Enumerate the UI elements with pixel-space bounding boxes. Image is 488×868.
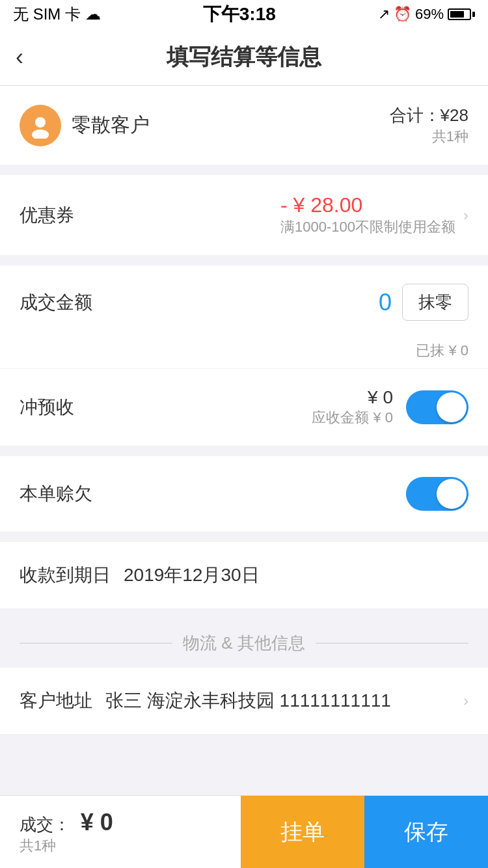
alarm-icon: ⏰ xyxy=(394,6,411,23)
customer-section: 零散客户 合计：¥28 共1种 xyxy=(0,86,488,165)
coupon-section[interactable]: 优惠券 - ¥ 28.00 满1000-100不限制使用金额 › xyxy=(0,175,488,255)
bottom-info: 成交： ¥ 0 共1种 xyxy=(0,809,241,856)
logistics-line-right xyxy=(316,643,468,644)
coupon-value: - ¥ 28.00 xyxy=(280,193,455,217)
bottom-count: 共1种 xyxy=(20,836,221,856)
customer-row: 零散客户 合计：¥28 共1种 xyxy=(0,86,488,165)
prepay-values: ¥ 0 应收金额 ¥ 0 xyxy=(312,387,393,427)
prepay-sub: 应收金额 ¥ 0 xyxy=(312,408,393,427)
amount-row: 成交金额 0 抹零 xyxy=(0,265,488,339)
debt-toggle-knob xyxy=(437,479,467,509)
debt-toggle[interactable] xyxy=(406,477,468,511)
toggle-knob xyxy=(437,392,467,422)
debt-label: 本单赊欠 xyxy=(20,481,92,506)
svg-point-0 xyxy=(35,117,46,128)
prepay-label: 冲预收 xyxy=(20,395,74,420)
debt-section: 本单赊欠 xyxy=(0,456,488,532)
bottom-deal-amount: ¥ 0 xyxy=(81,809,113,835)
amount-input-area: 0 抹零 xyxy=(379,284,468,321)
back-button[interactable]: ‹ xyxy=(16,44,23,71)
prepay-main: ¥ 0 xyxy=(312,387,393,408)
coupon-row[interactable]: 优惠券 - ¥ 28.00 满1000-100不限制使用金额 › xyxy=(0,175,488,255)
total-count: 共1种 xyxy=(390,127,468,146)
bottom-deal-label: 成交： xyxy=(20,815,70,834)
page-title: 填写结算等信息 xyxy=(167,42,321,72)
svg-point-1 xyxy=(32,129,49,139)
amount-section: 成交金额 0 抹零 已抹 ¥ 0 冲预收 ¥ 0 应收金额 ¥ 0 xyxy=(0,265,488,446)
bottom-bar: 成交： ¥ 0 共1种 挂单 保存 xyxy=(0,795,488,868)
customer-name: 零散客户 xyxy=(72,112,150,139)
save-button[interactable]: 保存 xyxy=(364,796,488,869)
sim-label: 无 SIM 卡 ☁ xyxy=(13,4,101,25)
coupon-label: 优惠券 xyxy=(20,203,74,228)
address-label: 客户地址 xyxy=(20,688,92,713)
logistics-label: 物流 & 其他信息 xyxy=(172,632,316,655)
coupon-sub: 满1000-100不限制使用金额 xyxy=(280,217,455,237)
status-time: 下午3:18 xyxy=(203,2,276,27)
status-bar: 无 SIM 卡 ☁ 下午3:18 ↗ ⏰ 69% xyxy=(0,0,488,29)
duedate-label: 收款到期日 xyxy=(20,563,111,588)
customer-left: 零散客户 xyxy=(20,105,150,146)
logistics-line-left xyxy=(20,643,172,644)
logistics-section: 物流 & 其他信息 xyxy=(0,619,488,668)
address-section[interactable]: 客户地址 张三 海淀永丰科技园 11111111111 › xyxy=(0,668,488,734)
address-chevron-icon: › xyxy=(463,692,468,710)
hang-button[interactable]: 挂单 xyxy=(241,796,364,869)
round-button[interactable]: 抹零 xyxy=(402,284,468,321)
duedate-value[interactable]: 2019年12月30日 xyxy=(124,563,260,588)
total-label: 合计：¥28 xyxy=(390,104,468,127)
nav-bar: ‹ 填写结算等信息 xyxy=(0,29,488,86)
battery-icon xyxy=(448,8,475,20)
prepay-right: ¥ 0 应收金额 ¥ 0 xyxy=(312,387,468,427)
battery-label: 69% xyxy=(415,6,444,23)
prepay-row: 冲预收 ¥ 0 应收金额 ¥ 0 xyxy=(0,368,488,446)
chevron-right-icon: › xyxy=(463,206,468,224)
amount-sub: 已抹 ¥ 0 xyxy=(416,342,468,359)
amount-label: 成交金额 xyxy=(20,290,92,315)
amount-value[interactable]: 0 xyxy=(379,289,392,316)
coupon-right: - ¥ 28.00 满1000-100不限制使用金额 › xyxy=(280,193,468,237)
customer-summary: 合计：¥28 共1种 xyxy=(390,104,468,146)
user-icon xyxy=(27,113,53,139)
duedate-section: 收款到期日 2019年12月30日 xyxy=(0,542,488,608)
location-icon: ↗ xyxy=(378,6,390,23)
address-value: 张三 海淀永丰科技园 11111111111 xyxy=(105,688,463,713)
status-left: 无 SIM 卡 ☁ xyxy=(13,4,101,25)
bottom-deal-row: 成交： ¥ 0 xyxy=(20,809,221,836)
avatar xyxy=(20,105,61,146)
status-right: ↗ ⏰ 69% xyxy=(378,6,475,23)
prepay-toggle[interactable] xyxy=(406,390,468,424)
